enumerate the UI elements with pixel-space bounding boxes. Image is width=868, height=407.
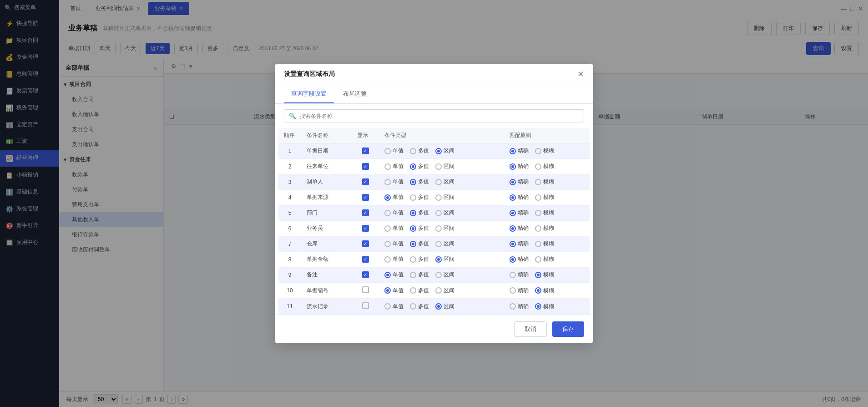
radio-multi[interactable]: 多值: [410, 147, 429, 155]
radio-single[interactable]: 单值: [384, 271, 404, 279]
table-row: 11流水记录单值多值区间精确模糊: [278, 299, 590, 315]
radio-match-fuzzy[interactable]: 模糊: [535, 303, 554, 310]
radio-multi[interactable]: 多值: [410, 255, 429, 263]
radio-multi[interactable]: 多值: [410, 163, 429, 170]
radio-range[interactable]: 区间: [435, 271, 454, 279]
radio-range[interactable]: 区间: [435, 193, 454, 201]
radio-match-fuzzy[interactable]: 模糊: [535, 271, 554, 279]
cell-match-rule: 精确模糊: [504, 283, 590, 299]
cell-display[interactable]: ✓: [352, 190, 379, 205]
tab-query-fields[interactable]: 查询字段设置: [284, 85, 334, 103]
radio-multi[interactable]: 多值: [410, 209, 429, 217]
radio-match-fuzzy[interactable]: 模糊: [535, 147, 554, 155]
radio-circle-range: [435, 225, 442, 232]
cell-display[interactable]: ✓: [352, 236, 379, 252]
match-rule-group: 精确模糊: [510, 147, 584, 155]
radio-single[interactable]: 单值: [384, 255, 404, 263]
cell-condition-name: 制单人: [301, 174, 352, 190]
cell-condition-type: 单值多值区间: [379, 236, 504, 252]
display-checkbox[interactable]: [362, 286, 369, 293]
radio-match-fuzzy[interactable]: 模糊: [535, 193, 554, 201]
radio-single[interactable]: 单值: [384, 224, 404, 232]
cell-order: 9: [278, 267, 301, 283]
radio-match-exact[interactable]: 精确: [510, 287, 529, 295]
display-checkbox[interactable]: ✓: [362, 225, 369, 232]
radio-single[interactable]: 单值: [384, 178, 404, 186]
cell-condition-type: 单值多值区间: [379, 174, 504, 190]
cell-order: 7: [278, 236, 301, 252]
radio-match-exact[interactable]: 精确: [510, 271, 529, 279]
radio-single[interactable]: 单值: [384, 209, 404, 217]
radio-multi[interactable]: 多值: [410, 193, 429, 201]
radio-match-fuzzy[interactable]: 模糊: [535, 209, 554, 217]
display-checkbox[interactable]: ✓: [362, 194, 369, 201]
display-checkbox[interactable]: ✓: [362, 178, 369, 185]
tab-layout-adjust[interactable]: 布局调整: [336, 85, 374, 103]
radio-match-fuzzy[interactable]: 模糊: [535, 255, 554, 263]
display-checkbox[interactable]: ✓: [362, 240, 369, 247]
radio-range[interactable]: 区间: [435, 287, 454, 295]
radio-single[interactable]: 单值: [384, 147, 404, 155]
modal-save-button[interactable]: 保存: [552, 321, 584, 337]
radio-range[interactable]: 区间: [435, 147, 454, 155]
radio-multi[interactable]: 多值: [410, 224, 429, 232]
modal-table-wrap[interactable]: 顺序 条件名称 显示 条件类型 匹配原则 1单据日期✓单值多值区间精确模糊2往来…: [275, 128, 593, 315]
radio-match-exact[interactable]: 精确: [510, 163, 529, 170]
cell-display[interactable]: ✓: [352, 205, 379, 221]
radio-match-exact[interactable]: 精确: [510, 303, 529, 310]
radio-match-fuzzy[interactable]: 模糊: [535, 224, 554, 232]
radio-match-exact[interactable]: 精确: [510, 147, 529, 155]
radio-single[interactable]: 单值: [384, 287, 404, 295]
display-checkbox[interactable]: ✓: [362, 256, 369, 263]
modal-search-area: 🔍: [275, 104, 593, 128]
display-checkbox[interactable]: [362, 302, 369, 309]
radio-match-exact[interactable]: 精确: [510, 209, 529, 217]
radio-circle-single: [384, 272, 391, 278]
display-checkbox[interactable]: ✓: [362, 163, 369, 170]
radio-match-exact[interactable]: 精确: [510, 224, 529, 232]
radio-circle-match-exact: [510, 256, 516, 263]
cell-display[interactable]: ✓: [352, 267, 379, 283]
radio-multi[interactable]: 多值: [410, 240, 429, 248]
display-checkbox[interactable]: ✓: [362, 271, 369, 278]
cell-display[interactable]: ✓: [352, 221, 379, 236]
radio-match-exact[interactable]: 精确: [510, 193, 529, 201]
table-row: 6业务员✓单值多值区间精确模糊: [278, 221, 590, 236]
radio-range[interactable]: 区间: [435, 224, 454, 232]
cancel-button[interactable]: 取消: [514, 321, 547, 337]
radio-single[interactable]: 单值: [384, 303, 404, 310]
radio-range[interactable]: 区间: [435, 209, 454, 217]
cell-display[interactable]: [352, 283, 379, 299]
modal-search-input[interactable]: [300, 113, 579, 119]
radio-range[interactable]: 区间: [435, 240, 454, 248]
cell-display[interactable]: ✓: [352, 252, 379, 267]
cell-display[interactable]: ✓: [352, 143, 379, 159]
modal-close-button[interactable]: ✕: [577, 70, 584, 78]
radio-match-exact[interactable]: 精确: [510, 255, 529, 263]
display-checkbox[interactable]: ✓: [362, 148, 369, 154]
radio-multi[interactable]: 多值: [410, 287, 429, 295]
radio-range[interactable]: 区间: [435, 163, 454, 170]
radio-range[interactable]: 区间: [435, 178, 454, 186]
cell-display[interactable]: ✓: [352, 159, 379, 174]
radio-range[interactable]: 区间: [435, 255, 454, 263]
radio-single[interactable]: 单值: [384, 240, 404, 248]
radio-match-exact[interactable]: 精确: [510, 178, 529, 186]
radio-match-fuzzy[interactable]: 模糊: [535, 178, 554, 186]
radio-multi[interactable]: 多值: [410, 178, 429, 186]
radio-multi[interactable]: 多值: [410, 271, 429, 279]
radio-circle-multi: [410, 163, 416, 170]
radio-match-exact[interactable]: 精确: [510, 240, 529, 248]
radio-match-fuzzy[interactable]: 模糊: [535, 163, 554, 170]
radio-circle-match-fuzzy: [535, 272, 541, 278]
radio-single[interactable]: 单值: [384, 193, 404, 201]
radio-match-fuzzy[interactable]: 模糊: [535, 287, 554, 295]
cell-display[interactable]: ✓: [352, 174, 379, 190]
cell-display[interactable]: [352, 299, 379, 315]
cell-condition-name: 流水记录: [301, 299, 352, 315]
radio-range[interactable]: 区间: [435, 303, 454, 310]
radio-multi[interactable]: 多值: [410, 303, 429, 310]
radio-single[interactable]: 单值: [384, 163, 404, 170]
radio-match-fuzzy[interactable]: 模糊: [535, 240, 554, 248]
display-checkbox[interactable]: ✓: [362, 209, 369, 216]
